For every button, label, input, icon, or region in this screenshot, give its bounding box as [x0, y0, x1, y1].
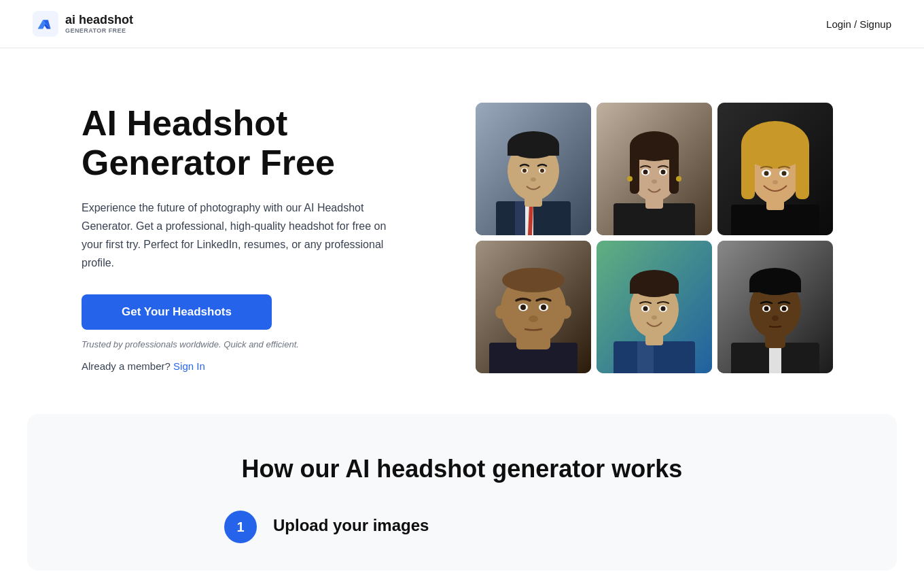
svg-point-82	[772, 315, 779, 321]
svg-point-69	[652, 315, 657, 320]
svg-point-43	[764, 171, 769, 176]
headshot-card-4	[476, 241, 591, 373]
svg-rect-60	[637, 341, 654, 373]
svg-point-56	[495, 305, 506, 319]
logo-subtitle: GENERATOR FREE	[65, 27, 133, 34]
headshot-card-1	[476, 103, 591, 235]
hero-description: Experience the future of photography wit…	[82, 199, 408, 273]
svg-point-57	[561, 305, 571, 319]
svg-point-68	[661, 307, 666, 311]
svg-point-44	[782, 171, 787, 176]
logo-icon	[33, 11, 58, 37]
svg-point-26	[627, 176, 633, 182]
svg-rect-12	[508, 145, 559, 156]
headshot-grid	[476, 103, 842, 373]
svg-rect-40	[741, 145, 809, 162]
logo-text: ai headshot GENERATOR FREE	[65, 14, 133, 34]
already-member-text: Already a member? Sign In	[82, 360, 408, 372]
svg-point-50	[502, 268, 565, 292]
step-1-number: 1	[224, 511, 257, 543]
svg-rect-59	[614, 341, 695, 373]
svg-point-67	[643, 307, 648, 311]
svg-point-45	[772, 180, 778, 184]
step-1-label: Upload your images	[273, 511, 429, 535]
logo: ai headshot GENERATOR FREE	[33, 11, 133, 37]
svg-point-55	[529, 315, 538, 322]
step-1-row: 1 Upload your images	[224, 511, 700, 543]
svg-point-30	[643, 170, 648, 175]
headshot-card-6	[717, 241, 833, 373]
headshot-card-2	[597, 103, 712, 235]
navbar: ai headshot GENERATOR FREE Login / Signu…	[0, 0, 924, 48]
headshot-card-5	[597, 241, 712, 373]
svg-rect-77	[749, 281, 801, 292]
hero-heading: AI Headshot Generator Free	[82, 104, 408, 182]
how-title: How our AI headshot generator works	[60, 455, 864, 483]
svg-rect-25	[630, 146, 679, 160]
svg-point-54	[541, 305, 546, 310]
svg-point-80	[764, 307, 769, 311]
svg-point-27	[676, 176, 681, 182]
svg-point-17	[531, 177, 536, 182]
logo-title: ai headshot	[65, 14, 133, 27]
svg-point-32	[652, 179, 657, 184]
svg-point-16	[540, 169, 544, 173]
sign-in-link[interactable]: Sign In	[173, 360, 205, 372]
headshot-card-3	[717, 103, 833, 235]
login-signup-link[interactable]: Login / Signup	[826, 18, 891, 30]
svg-point-31	[661, 170, 666, 175]
svg-point-53	[520, 305, 526, 310]
hero-content: AI Headshot Generator Free Experience th…	[82, 104, 408, 371]
trusted-text: Trusted by professionals worldwide. Quic…	[82, 339, 408, 349]
svg-rect-64	[630, 284, 679, 294]
svg-point-15	[522, 169, 527, 173]
get-headshots-button[interactable]: Get Your Headshots	[82, 294, 272, 330]
hero-section: AI Headshot Generator Free Experience th…	[0, 48, 924, 414]
how-it-works-section: How our AI headshot generator works 1 Up…	[27, 414, 897, 570]
svg-point-81	[782, 307, 787, 311]
